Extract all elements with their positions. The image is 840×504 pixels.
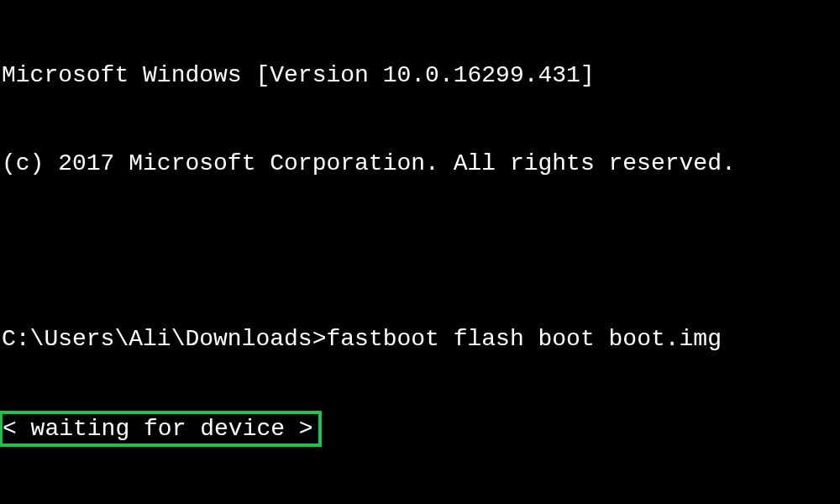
- waiting-status: < waiting for device >: [3, 416, 313, 442]
- command-text: fastboot flash boot boot.img: [326, 326, 721, 352]
- copyright-line: (c) 2017 Microsoft Corporation. All righ…: [2, 149, 840, 178]
- status-highlight-box: < waiting for device >: [0, 411, 322, 447]
- prompt-path: C:\Users\Ali\Downloads>: [2, 326, 326, 352]
- command-line: C:\Users\Ali\Downloads>fastboot flash bo…: [2, 324, 840, 354]
- os-version-line: Microsoft Windows [Version 10.0.16299.43…: [2, 60, 840, 90]
- command-prompt-terminal[interactable]: Microsoft Windows [Version 10.0.16299.43…: [0, 2, 840, 504]
